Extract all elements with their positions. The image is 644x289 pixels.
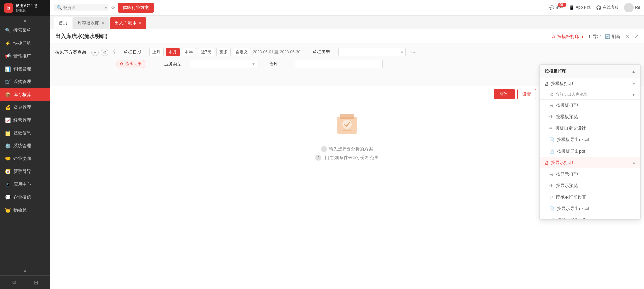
hint-text-1: 请先选择要分析的方案 [329,146,373,152]
dropdown-item-display-export-excel[interactable]: 📄 按显示导出excel [540,203,640,214]
tab-batch-account[interactable]: 库存批次账 ✕ [73,17,109,29]
query-button[interactable]: 查询 [494,89,515,99]
date-btn-more[interactable]: 更多 [216,48,231,56]
sidebar-item-purchase[interactable]: 🛒 采购管理 [0,75,50,88]
date-btn-current-year[interactable]: 本年 [182,48,196,56]
date-btn-current-month[interactable]: 本月 [166,48,180,56]
sidebar-item-inventory[interactable]: 📦 库存核算 [0,88,50,101]
doc-type-more-btn[interactable]: ··· [411,49,415,55]
sidebar-item-quick-nav[interactable]: ⚡ 快捷导航 [0,37,50,50]
sidebar-item-app-center[interactable]: 📱 应用中心 [0,178,50,191]
print-template-button[interactable]: 🖨 按模板打印 ▲ [552,34,584,40]
topbar-app-download[interactable]: 📱 App下载 [569,5,591,10]
tab-flow-close[interactable]: ✕ [139,21,142,25]
template-custom-label: 模板自定义设计 [555,125,586,131]
sidebar-item-label: 新手引导 [13,168,31,175]
svg-rect-1 [340,114,354,119]
dropdown-item-display-print-settings[interactable]: ⚙ 按显示打印设置 [540,191,640,203]
template-export-pdf-icon: 📄 [549,149,554,154]
sidebar-item-wechat[interactable]: 💬 企业微信 [0,191,50,204]
topbar-search-input[interactable] [63,5,104,10]
topbar-online-service[interactable]: 🎧 在线客服 [596,5,619,10]
settings-button[interactable]: 设置 [517,89,536,99]
sidebar-item-guide[interactable]: 🧭 新手引导 [0,165,50,178]
dropdown-item-display-preview[interactable]: 👁 按显示预览 [540,180,640,191]
dropdown-item-display-export-pdf[interactable]: 📄 按显示导出pdf [540,214,640,220]
dropdown-item-template-export-excel[interactable]: 📄 按模板导出excel [540,134,640,146]
sidebar-item-member[interactable]: 👑 畅会员 [0,204,50,216]
filter-doc-type-label: 单据类型 [313,49,333,55]
sidebar-scroll-down[interactable]: ▼ [0,268,50,275]
sidebar-item-label: 库存核算 [13,91,31,98]
sidebar-item-label: 营销推广 [13,53,31,59]
filter-warehouse-input[interactable] [295,60,383,68]
filter-actions: + ⚙ 《 [91,49,116,56]
display-print-icon: 🖨 [545,160,549,165]
dropdown-item-template-export-pdf[interactable]: 📄 按模板导出pdf [540,146,640,157]
dropdown-item-template-custom[interactable]: ✏ 模板自定义设计 [540,123,640,134]
tab-batch-account-close[interactable]: ✕ [101,21,105,25]
dropdown-section-template-header[interactable]: 🖨 按模板打印 ▼ [540,78,640,89]
sidebar-item-label: 采购管理 [13,79,31,85]
sidebar-item-finance[interactable]: 💰 资金管理 [0,101,50,114]
sidebar-item-operation[interactable]: 📈 经营管理 [0,114,50,127]
export-button[interactable]: ⬆ 导出 [588,34,602,40]
date-btn-last-7-days[interactable]: 近7天 [198,48,214,56]
refresh-button[interactable]: 🔄 刷新 [605,34,620,40]
date-btn-custom[interactable]: 自定义 [233,48,251,56]
sidebar-settings-icon[interactable]: ⚙ [12,279,17,286]
online-service-label: 在线客服 [603,5,619,10]
dropdown-section-display-header[interactable]: 🖨 按显示打印 ▲ [540,157,640,168]
sidebar-item-basic[interactable]: 🗂️ 基础信息 [0,127,50,139]
page-title: 出入库流水(流水明细) [55,33,108,40]
warehouse-more-btn[interactable]: ··· [388,61,392,67]
sidebar-item-label: 系统管理 [13,143,31,149]
filter-add-button[interactable]: + [91,49,99,56]
refresh-label: 刷新 [612,34,620,40]
tabbar: 首页 库存批次账 ✕ 出入库流水 ✕ [50,16,644,29]
filter-business-type-wrap: ▼ [190,60,257,68]
sidebar-item-system[interactable]: ⚙️ 系统管理 [0,139,50,152]
print-dropdown-title: 按模板打印 [545,68,566,74]
filter-doc-type-select[interactable] [338,48,406,56]
window-expand-button[interactable]: ⤢ [634,33,639,40]
print-dropdown-chevron[interactable]: ▲ [581,35,584,39]
marketing-icon: 📢 [5,53,11,59]
tab-flow[interactable]: 出入库流水 ✕ [110,17,146,29]
template-custom-icon: ✏ [549,126,553,131]
template-print-icon: 🖨 [549,103,553,108]
template-export-excel-icon: 📄 [549,137,554,142]
page-header: 出入库流水(流水明细) 🖨 按模板打印 ▲ ⬆ 导出 🔄 刷新 ✕ ⤢ [50,29,644,43]
dropdown-item-template-preview[interactable]: 👁 按模板预览 [540,111,640,123]
filter-business-type-select[interactable] [190,60,257,68]
filter-settings-button[interactable]: ⚙ [101,49,108,56]
sidebar-scroll-up[interactable]: ▲ [0,16,50,24]
topbar-search-dropdown-icon[interactable]: ▼ [104,6,108,10]
inventory-icon: 📦 [5,92,11,97]
sidebar-nav: 🔍 搜索菜单 ⚡ 快捷导航 📢 营销推广 📊 销售管理 🛒 采购管理 📦 库存核… [0,24,50,268]
export-label: 导出 [593,34,602,40]
topbar-user[interactable]: Rit [624,3,640,12]
date-btn-prev-month[interactable]: 上月 [149,48,164,56]
sidebar-expand-icon[interactable]: ⊞ [34,279,38,286]
dropdown-item-display-print[interactable]: 🖨 按显示打印 [540,168,640,180]
template-print-label: 按模板打印 [556,102,578,108]
filter-date-label: 单据日期 [124,49,144,55]
dropdown-current-template: 🖨 当前：出入库流水 ▼ [540,89,640,99]
print-dropdown-collapse-icon[interactable]: ▲ [631,69,636,74]
sidebar-item-marketing[interactable]: 📢 营销推广 [0,50,50,62]
topbar-gear-icon[interactable]: ⚙ [111,4,115,11]
sidebar-item-sales[interactable]: 📊 销售管理 [0,62,50,75]
filter-collapse-icon[interactable]: 《 [110,49,116,56]
template-preview-icon: 👁 [549,114,553,119]
sidebar-item-search[interactable]: 🔍 搜索菜单 [0,24,50,37]
trial-button[interactable]: 体验行业方案 [118,3,154,13]
filter-tag-flow[interactable]: ⚙ 流水明细 [116,60,145,68]
empty-hint-2: 2 用[过滤]条件来缩小分析范围 [315,155,378,161]
sidebar-item-collab[interactable]: 🤝 企业协同 [0,152,50,165]
dropdown-item-template-print[interactable]: 🖨 按模板打印 [540,100,640,111]
topbar-search-wrap: 🔍 ▼ [54,4,108,11]
window-close-button[interactable]: ✕ [625,33,630,40]
tab-home[interactable]: 首页 [54,17,72,29]
topbar-message[interactable]: 💬 消息 99+ [549,5,564,10]
